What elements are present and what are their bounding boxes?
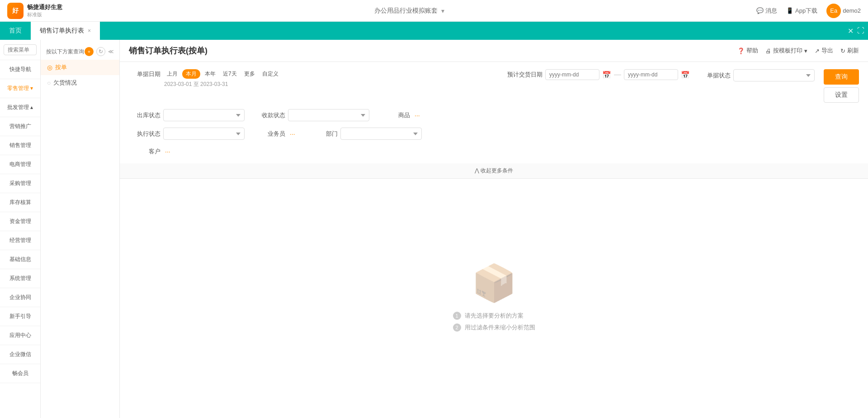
empty-state-icon: 📦 [472, 262, 517, 304]
receive-status-group: 收款状态 [254, 109, 369, 121]
out-status-label: 出库状态 [129, 111, 160, 119]
sidebar: 快捷导航 零售管理 ▾ 批发管理 ▴ 营销推广 销售管理 电商管理 采购管理 库… [0, 40, 41, 418]
add-scheme-btn[interactable]: + [85, 47, 94, 56]
customer-group: 客户 ··· [129, 146, 172, 157]
doc-status-label: 单据状态 [699, 71, 731, 80]
refresh-scheme-btn[interactable]: ↻ [96, 47, 105, 56]
app-download-btn[interactable]: 📱 App下载 [786, 7, 817, 15]
sidebar-item-retail[interactable]: 零售管理 ▾ [0, 79, 40, 98]
salesperson-label: 业务员 [254, 130, 285, 138]
customer-label: 客户 [129, 147, 160, 156]
out-status-select[interactable] [163, 109, 245, 121]
logo-text: 畅捷通好生意 标准版 [27, 4, 62, 18]
main-layout: 快捷导航 零售管理 ▾ 批发管理 ▴ 营销推广 销售管理 电商管理 采购管理 库… [0, 40, 868, 418]
date-tabs: 上月 本月 本年 近7天 更多 自定义 [164, 69, 281, 79]
empty-tip-1: 1 请先选择要分析的方案 [453, 312, 535, 320]
query-btn[interactable]: 查询 [824, 69, 859, 85]
exec-status-select[interactable] [163, 128, 245, 140]
panel-item-shortage[interactable]: ○ 欠货情况 [41, 75, 119, 90]
print-dropdown-icon: ▾ [804, 48, 807, 54]
calendar-start-icon[interactable]: 📅 [602, 71, 611, 79]
date-tab-7days[interactable]: 近7天 [220, 69, 240, 79]
tab-home[interactable]: 首页 [0, 22, 31, 40]
message-btn[interactable]: 💬 消息 [756, 7, 777, 15]
date-tab-lastmonth[interactable]: 上月 [164, 69, 180, 79]
salesperson-picker-btn[interactable]: ··· [288, 128, 297, 139]
print-btn[interactable]: 🖨 按模板打印 ▾ [765, 47, 807, 55]
filter-row-3: 执行状态 业务员 ··· 部门 [129, 128, 859, 140]
date-tab-more[interactable]: 更多 [241, 69, 258, 79]
print-icon: 🖨 [765, 48, 771, 54]
sidebar-item-appcenter[interactable]: 应用中心 [0, 326, 40, 345]
logo-icon: 好 [7, 3, 24, 19]
sidebar-item-sales[interactable]: 销售管理 [0, 136, 40, 155]
panel-item-by-order[interactable]: ◎ 按单 [41, 60, 119, 75]
left-panel: 按以下方案查询 + ↻ ≪ ◎ 按单 ○ 欠货情况 [41, 40, 120, 418]
expected-date-start[interactable] [545, 69, 599, 80]
customer-picker-btn[interactable]: ··· [163, 146, 172, 157]
date-filter-top: 单据日期 上月 本月 本年 近7天 更多 自定义 [129, 69, 281, 79]
filter-row-2: 出库状态 收款状态 商品 ··· [129, 109, 859, 121]
expected-date-end[interactable] [624, 69, 678, 80]
page-title: 销售订单执行表(按单) [129, 45, 208, 56]
sidebar-item-finance[interactable]: 资金管理 [0, 212, 40, 231]
help-btn[interactable]: ❓ 帮助 [737, 47, 758, 55]
receive-status-select[interactable] [288, 109, 369, 121]
panel-item-icon: ◎ [47, 64, 52, 71]
empty-state: 📦 1 请先选择要分析的方案 2 用过滤条件来缩小分析范围 [120, 179, 868, 418]
export-icon: ↗ [815, 48, 820, 54]
date-tab-thisyear[interactable]: 本年 [202, 69, 218, 79]
exec-status-label: 执行状态 [129, 130, 160, 138]
collapse-arrow-icon: ⋀ [475, 167, 479, 174]
nav-dropdown-icon[interactable]: ▾ [441, 7, 444, 14]
date-tab-thismonth[interactable]: 本月 [182, 69, 200, 79]
nav-title-area: 办公用品行业模拟账套 ▾ [374, 7, 444, 15]
maximize-btn[interactable]: ⛶ [857, 27, 864, 35]
left-panel-icons: + ↻ ≪ [85, 47, 114, 56]
sidebar-item-marketing[interactable]: 营销推广 [0, 117, 40, 136]
settings-btn[interactable]: 设置 [824, 87, 859, 103]
receive-status-label: 收款状态 [254, 111, 285, 119]
help-icon: ❓ [737, 48, 745, 54]
sidebar-item-basic-info[interactable]: 基础信息 [0, 250, 40, 269]
message-icon: 💬 [756, 7, 764, 14]
top-bar: 好 畅捷通好生意 标准版 办公用品行业模拟账套 ▾ 💬 消息 📱 App下载 E… [0, 0, 868, 22]
product-picker-btn[interactable]: ··· [413, 110, 422, 121]
sidebar-item-member[interactable]: 畅会员 [0, 364, 40, 383]
doc-status-select[interactable] [733, 69, 815, 81]
sidebar-item-ecommerce[interactable]: 电商管理 [0, 155, 40, 174]
user-avatar: Ea [826, 4, 841, 18]
export-btn[interactable]: ↗ 导出 [815, 47, 833, 55]
tab-active[interactable]: 销售订单执行表 × [31, 22, 100, 40]
sidebar-item-newuser[interactable]: 新手引导 [0, 307, 40, 326]
sidebar-item-inventory[interactable]: 库存核算 [0, 193, 40, 212]
out-status-group: 出库状态 [129, 109, 245, 121]
sidebar-item-operations[interactable]: 经营管理 [0, 231, 40, 250]
date-tab-custom[interactable]: 自定义 [259, 69, 281, 79]
dept-label: 部门 [306, 130, 338, 138]
date-range-text: 2023-03-01 至 2023-03-31 [164, 81, 281, 88]
collapse-bar[interactable]: ⋀ 收起更多条件 [120, 163, 868, 179]
date-separator: — [614, 71, 621, 79]
user-area[interactable]: Ea demo2 [826, 4, 861, 18]
tab-close-btn[interactable]: × [88, 28, 91, 34]
sidebar-item-enterprise[interactable]: 企业协同 [0, 288, 40, 307]
sidebar-item-system[interactable]: 系统管理 [0, 269, 40, 288]
dept-select[interactable] [340, 128, 422, 140]
empty-tips: 1 请先选择要分析的方案 2 用过滤条件来缩小分析范围 [453, 312, 535, 335]
sidebar-item-quick-nav[interactable]: 快捷导航 [0, 60, 40, 79]
filter-row-1: 单据日期 上月 本月 本年 近7天 更多 自定义 2023-03-01 至 20… [129, 69, 859, 103]
calendar-end-icon[interactable]: 📅 [681, 71, 690, 79]
filter-area: 单据日期 上月 本月 本年 近7天 更多 自定义 2023-03-01 至 20… [120, 62, 868, 163]
close-window-btn[interactable]: ✕ [848, 27, 854, 35]
search-input[interactable] [4, 44, 37, 55]
tab-bar: 首页 销售订单执行表 × ✕ ⛶ [0, 22, 868, 40]
refresh-btn[interactable]: ↻ 刷新 [840, 47, 859, 55]
sidebar-item-wechat[interactable]: 企业微信 [0, 345, 40, 364]
sidebar-item-purchase[interactable]: 采购管理 [0, 174, 40, 193]
collapse-panel-btn[interactable]: ≪ [108, 48, 114, 55]
page-header: 销售订单执行表(按单) ❓ 帮助 🖨 按模板打印 ▾ ↗ 导出 [120, 40, 868, 62]
sidebar-item-wholesale[interactable]: 批发管理 ▴ [0, 98, 40, 117]
product-label: 商品 [378, 111, 410, 119]
page-actions: ❓ 帮助 🖨 按模板打印 ▾ ↗ 导出 ↻ 刷新 [737, 47, 859, 55]
